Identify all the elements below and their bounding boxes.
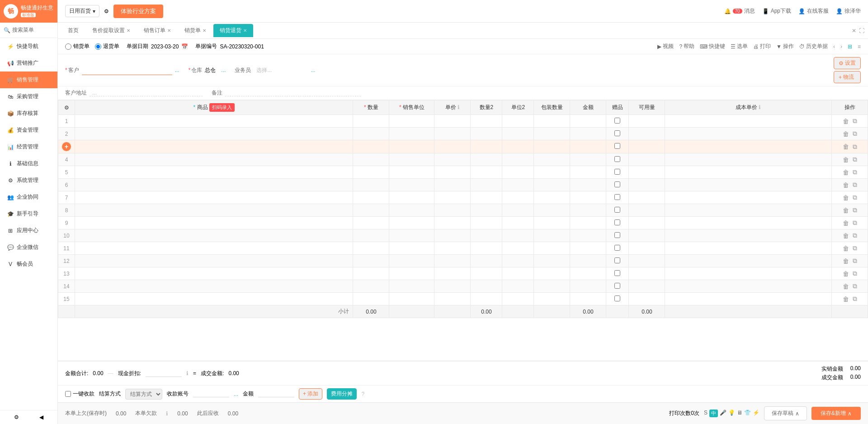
sidebar-item-member[interactable]: V 畅会员 (0, 256, 57, 272)
sidebar-item-system[interactable]: ⚙ 系统管理 (0, 172, 57, 189)
user-profile-item[interactable]: 👤 徐泽华 (836, 7, 861, 15)
delete-row-btn[interactable]: 🗑 (843, 118, 849, 125)
product-input-active[interactable] (79, 143, 349, 150)
gift-checkbox[interactable] (614, 130, 620, 136)
toolbar-icon-1[interactable]: S (704, 410, 708, 417)
warehouse-more-icon[interactable]: ... (221, 67, 226, 73)
remark-input[interactable] (225, 90, 361, 96)
copy-row-btn[interactable]: ⧉ (853, 143, 857, 151)
prev-record-icon[interactable]: ‹ (833, 43, 835, 50)
qty2-cell[interactable] (471, 140, 502, 153)
available-cell[interactable] (629, 140, 665, 153)
sidebar-item-operations[interactable]: 📊 经营管理 (0, 138, 57, 155)
tab-sales-order-close[interactable]: ✕ (167, 28, 171, 33)
gift-checkbox[interactable] (614, 181, 620, 187)
notifications-item[interactable]: 🔔 70 消息 (724, 7, 755, 15)
unit-price-cell[interactable] (434, 140, 471, 153)
delete-row-btn[interactable]: 🗑 (843, 257, 849, 265)
calendar-icon[interactable]: 📅 (181, 43, 188, 50)
tab-home[interactable]: 首页 (61, 24, 85, 37)
copy-row-btn[interactable]: ⧉ (853, 168, 857, 176)
unit2-cell[interactable] (502, 140, 534, 153)
radio-sales-invoice[interactable]: 销货单 (65, 43, 90, 50)
pack-qty-cell[interactable] (534, 115, 570, 128)
gear-icon[interactable]: ⚙ (104, 8, 109, 14)
help-btn[interactable]: ? 帮助 (679, 43, 694, 50)
gift-checkbox[interactable] (614, 169, 620, 175)
gift-checkbox[interactable] (614, 232, 620, 238)
tab-price-settings[interactable]: 售价提取设置 ✕ (86, 24, 137, 37)
toolbar-icon-3[interactable]: 🎤 (720, 410, 726, 417)
product-cell-active[interactable] (75, 140, 353, 153)
account-more-icon[interactable]: ... (234, 391, 238, 397)
sidebar-settings-icon[interactable]: ⚙ (14, 414, 19, 420)
delete-row-btn[interactable]: 🗑 (843, 130, 849, 138)
sidebar-item-purchase[interactable]: 🛍 采购管理 (0, 88, 57, 105)
qty2-cell[interactable] (471, 115, 502, 128)
delete-row-btn[interactable]: 🗑 (843, 295, 849, 303)
copy-row-btn[interactable]: ⧉ (853, 232, 857, 239)
unit-price-cell[interactable] (434, 115, 471, 128)
copy-row-btn[interactable]: ⧉ (853, 194, 857, 201)
gift-checkbox[interactable] (614, 143, 620, 149)
delete-row-btn[interactable]: 🗑 (843, 181, 849, 189)
delete-row-btn[interactable]: 🗑 (843, 143, 849, 150)
unit2-cell[interactable] (502, 115, 534, 128)
delete-row-btn[interactable]: 🗑 (843, 207, 849, 214)
account-input[interactable] (193, 391, 229, 397)
tab-sales-return-close[interactable]: ✕ (243, 28, 247, 33)
list-view-icon[interactable]: ≡ (858, 43, 861, 50)
add-payment-btn[interactable]: + 添加 (299, 388, 322, 400)
shortcut-btn[interactable]: ⌨ 快捷键 (700, 43, 725, 50)
select-btn[interactable]: ☰ 选单 (731, 43, 748, 50)
radio-sales-invoice-input[interactable] (65, 43, 71, 50)
sidebar-item-basic-info[interactable]: ℹ 基础信息 (0, 155, 57, 172)
toolbar-icon-4[interactable]: 💡 (728, 410, 735, 417)
gift-cell[interactable] (606, 128, 629, 140)
gift-cell[interactable] (606, 140, 629, 153)
radio-return[interactable]: 退货单 (95, 43, 119, 50)
pack-qty-cell[interactable] (534, 128, 570, 140)
trial-btn[interactable]: 体验行业方案 (113, 5, 163, 18)
tab-price-settings-close[interactable]: ✕ (127, 28, 130, 33)
delete-row-btn[interactable]: 🗑 (843, 270, 849, 277)
fee-split-btn[interactable]: 费用分摊 (327, 388, 357, 400)
operate-btn[interactable]: ▼ 操作 (776, 43, 794, 50)
history-btn[interactable]: ⏱ 历史单据 (799, 43, 828, 50)
sales-unit-cell[interactable] (389, 115, 434, 128)
gift-checkbox[interactable] (614, 283, 620, 289)
industry-select[interactable]: 日用百货 ▾ (65, 5, 99, 17)
product-cell[interactable] (75, 115, 353, 128)
customer-input[interactable] (82, 66, 172, 75)
sales-unit-cell[interactable] (389, 140, 434, 153)
sidebar-item-inventory[interactable]: 📦 库存核算 (0, 105, 57, 122)
search-menu-item[interactable]: 🔍 搜索菜单 (0, 23, 57, 38)
gift-checkbox[interactable] (614, 219, 620, 225)
add-row-btn[interactable]: + (62, 142, 71, 151)
quantity-cell[interactable] (353, 128, 389, 140)
pack-qty-cell[interactable] (534, 140, 570, 153)
sidebar-item-quick-nav[interactable]: ⚡ 快捷导航 (0, 38, 57, 55)
sidebar-item-sales[interactable]: 🛒 销售管理 (0, 71, 57, 88)
salesperson-more-icon[interactable]: ... (311, 67, 315, 73)
gift-checkbox[interactable] (614, 295, 620, 301)
copy-row-btn[interactable]: ⧉ (853, 130, 857, 138)
settings-side-btn[interactable]: ⚙ 设置 (834, 57, 861, 69)
toolbar-icon-5[interactable]: 🖥 (737, 410, 742, 417)
cost-price-cell[interactable] (665, 140, 832, 153)
delete-row-btn[interactable]: 🗑 (843, 156, 849, 163)
amount-cell[interactable] (570, 128, 606, 140)
one-click-payment-checkbox[interactable] (65, 391, 71, 397)
cost-price-cell[interactable] (665, 115, 832, 128)
video-btn[interactable]: ▶ 视频 (657, 43, 674, 50)
grid-view-icon[interactable]: ⊞ (848, 43, 852, 50)
copy-row-btn[interactable]: ⧉ (853, 156, 857, 163)
copy-row-btn[interactable]: ⧉ (853, 206, 857, 214)
gift-checkbox[interactable] (614, 194, 620, 200)
tab-sales-invoice-close[interactable]: ✕ (203, 28, 206, 33)
copy-row-btn[interactable]: ⧉ (853, 295, 857, 303)
quantity-cell[interactable] (353, 115, 389, 128)
sidebar-item-marketing[interactable]: 📢 营销推广 (0, 55, 57, 71)
delete-row-btn[interactable]: 🗑 (843, 219, 849, 227)
gift-cell[interactable] (606, 115, 629, 128)
